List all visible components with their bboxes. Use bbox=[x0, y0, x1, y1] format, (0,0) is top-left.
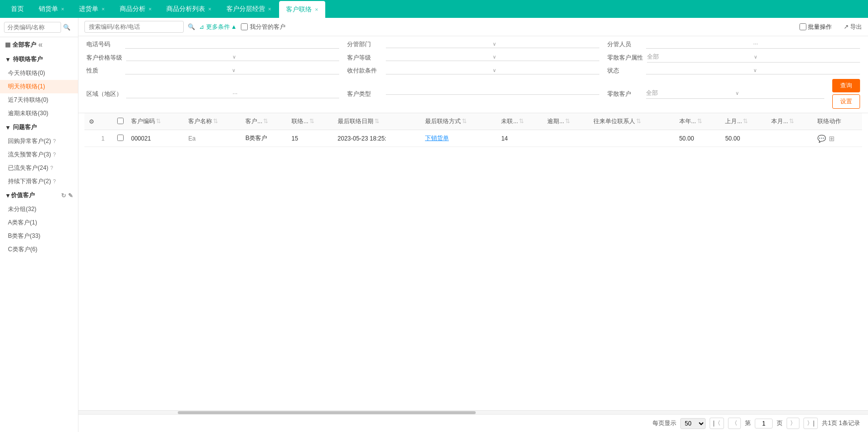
page-size-select[interactable]: 50 100 200 bbox=[680, 418, 706, 429]
row-checkbox[interactable] bbox=[114, 130, 128, 147]
nav-item-5[interactable]: 客户联络 × bbox=[279, 1, 325, 18]
filter-zero-retail-select[interactable]: 全部 ∨ bbox=[646, 89, 824, 99]
help-icon[interactable]: ? bbox=[53, 139, 56, 144]
prev-page-button[interactable]: 〈 bbox=[728, 418, 741, 429]
col-contact[interactable]: 联络...⇅ bbox=[289, 113, 335, 130]
row-select-checkbox[interactable] bbox=[117, 135, 124, 141]
filter-dept-select[interactable]: ∨ bbox=[386, 41, 600, 48]
col-settings[interactable]: ⚙ bbox=[84, 113, 98, 130]
filter-search-button[interactable]: 🔍 bbox=[188, 23, 195, 30]
col-unit-contact[interactable]: 往来单位联系人⇅ bbox=[590, 113, 676, 130]
more-icon[interactable]: ··· bbox=[232, 90, 339, 97]
my-customers-filter[interactable]: 我分管的客户 bbox=[241, 23, 286, 31]
filter-customer-type-select[interactable] bbox=[386, 93, 600, 95]
arrow-down-icon: ▼ bbox=[5, 124, 11, 131]
sidebar-item-today[interactable]: 今天待联络(0) bbox=[0, 67, 78, 80]
help-icon[interactable]: ? bbox=[50, 165, 53, 171]
more-conditions-button[interactable]: ⊿ 更多条件 ▲ bbox=[199, 23, 237, 31]
col-last-method[interactable]: 最后联络方式⇅ bbox=[422, 113, 499, 130]
sidebar-item-c-class[interactable]: C类客户(6) bbox=[0, 243, 78, 256]
refresh-icon[interactable]: ↻ bbox=[61, 192, 66, 199]
edit-icon[interactable]: ✎ bbox=[68, 192, 73, 199]
close-icon[interactable]: × bbox=[268, 6, 271, 12]
col-last-date[interactable]: 最后联络日期⇅ bbox=[335, 113, 422, 130]
col-no-contact[interactable]: 未联...⇅ bbox=[498, 113, 544, 130]
sidebar-item-b-class[interactable]: B类客户(33) bbox=[0, 229, 78, 243]
sidebar-item-overdue[interactable]: 逾期未联络(30) bbox=[0, 107, 78, 120]
export-icon: ↗ bbox=[844, 23, 849, 30]
message-icon[interactable]: 💬 bbox=[817, 135, 826, 143]
scrollbar-area[interactable] bbox=[78, 410, 868, 414]
col-this-year[interactable]: 本年...⇅ bbox=[676, 113, 723, 130]
filter-zero-retail-attr-select[interactable]: 全部 ∨ bbox=[647, 53, 860, 63]
help-icon[interactable]: ? bbox=[53, 179, 56, 184]
setting-button[interactable]: 设置 bbox=[832, 94, 860, 109]
next-page-button[interactable]: 〉 bbox=[787, 418, 799, 429]
col-num bbox=[98, 113, 114, 130]
nav-item-2[interactable]: 商品分析 × bbox=[113, 0, 158, 18]
col-last-month[interactable]: 上月...⇅ bbox=[722, 113, 768, 130]
nav-item-1[interactable]: 进货单 × bbox=[72, 0, 111, 18]
batch-ops-checkbox-area[interactable]: 批量操作 bbox=[799, 23, 832, 31]
col-this-month[interactable]: 本月...⇅ bbox=[768, 113, 814, 130]
page-input[interactable] bbox=[755, 419, 773, 429]
close-icon[interactable]: × bbox=[315, 6, 318, 12]
sidebar-item-churned[interactable]: 已流失客户(24) ? bbox=[0, 161, 78, 175]
sidebar-item-tomorrow[interactable]: 明天待联络(1) bbox=[0, 80, 78, 93]
batch-ops-checkbox[interactable] bbox=[799, 23, 806, 30]
select-all-checkbox[interactable] bbox=[117, 118, 124, 124]
row-overdue bbox=[544, 130, 590, 147]
nav-home[interactable]: 首页 bbox=[4, 0, 31, 18]
sort-icon: ⇅ bbox=[636, 118, 641, 125]
collapse-icon[interactable]: « bbox=[38, 40, 43, 49]
filter-phone-label: 电话号码 bbox=[86, 40, 121, 49]
row-last-method[interactable]: 下销货单 bbox=[422, 130, 499, 147]
chevron-down-icon: ∨ bbox=[232, 68, 339, 73]
sidebar-search-icon[interactable]: 🔍 bbox=[63, 24, 71, 31]
more-icon[interactable]: ··· bbox=[753, 40, 860, 47]
help-icon[interactable]: ? bbox=[53, 152, 56, 157]
sidebar-item-declining[interactable]: 持续下滑客户(2) ? bbox=[0, 175, 78, 188]
close-icon[interactable]: × bbox=[208, 6, 211, 12]
sidebar-pending-header[interactable]: ▼ 待联络客户 bbox=[0, 52, 78, 67]
filter-manager-select[interactable]: ··· bbox=[646, 40, 860, 49]
row-name[interactable]: Ea bbox=[185, 130, 242, 147]
sidebar-item-ungrouped[interactable]: 未分组(32) bbox=[0, 203, 78, 216]
query-button[interactable]: 查询 bbox=[832, 79, 860, 92]
sidebar-all-customers[interactable]: ▦ 全部客户 « bbox=[0, 37, 78, 52]
col-overdue[interactable]: 逾期...⇅ bbox=[544, 113, 590, 130]
col-code[interactable]: 客户编码⇅ bbox=[128, 113, 185, 130]
last-page-button[interactable]: 〉| bbox=[803, 418, 818, 429]
sidebar-item-7days[interactable]: 近7天待联络(0) bbox=[0, 93, 78, 107]
scrollbar-thumb[interactable] bbox=[178, 411, 476, 414]
sidebar-item-a-class[interactable]: A类客户(1) bbox=[0, 216, 78, 229]
nav-item-0[interactable]: 销货单 × bbox=[32, 0, 71, 18]
filter-phone-input[interactable] bbox=[125, 40, 339, 49]
sidebar-item-churn-warning[interactable]: 流失预警客户(3) ? bbox=[0, 148, 78, 161]
col-type[interactable]: 客户...⇅ bbox=[242, 113, 289, 130]
filter-status-select[interactable]: ∨ bbox=[646, 68, 860, 74]
phone-input[interactable] bbox=[125, 40, 339, 47]
close-icon[interactable]: × bbox=[61, 6, 64, 12]
nav-item-3[interactable]: 商品分析列表 × bbox=[159, 0, 218, 18]
close-icon[interactable]: × bbox=[148, 6, 151, 12]
first-page-button[interactable]: |〈 bbox=[710, 418, 724, 429]
filter-payment-select[interactable]: ∨ bbox=[386, 68, 600, 74]
filter-price-level-row: 客户价格等级 ∨ bbox=[86, 53, 339, 63]
col-checkbox[interactable] bbox=[114, 113, 128, 130]
sidebar-item-repurchase[interactable]: 回购异常客户(2) ? bbox=[0, 135, 78, 148]
sidebar-search-input[interactable] bbox=[4, 22, 61, 33]
filter-search-input[interactable] bbox=[84, 21, 184, 33]
filter-region-select[interactable]: ··· bbox=[126, 90, 339, 98]
close-icon[interactable]: × bbox=[101, 6, 104, 12]
nav-item-4[interactable]: 客户分层经营 × bbox=[219, 0, 278, 18]
filter-manager-label: 分管人员 bbox=[607, 40, 642, 49]
export-button[interactable]: ↗ 导出 bbox=[844, 23, 862, 31]
sidebar-problem-header[interactable]: ▼ 问题客户 bbox=[0, 120, 78, 135]
filter-customer-level-select[interactable]: ∨ bbox=[386, 54, 600, 61]
my-customers-checkbox[interactable] bbox=[241, 23, 248, 30]
col-name[interactable]: 客户名称⇅ bbox=[185, 113, 242, 130]
qr-icon[interactable]: ⊞ bbox=[829, 135, 835, 143]
filter-gender-select[interactable]: ∨ bbox=[125, 68, 339, 74]
filter-price-level-select[interactable]: ∨ bbox=[126, 54, 339, 61]
